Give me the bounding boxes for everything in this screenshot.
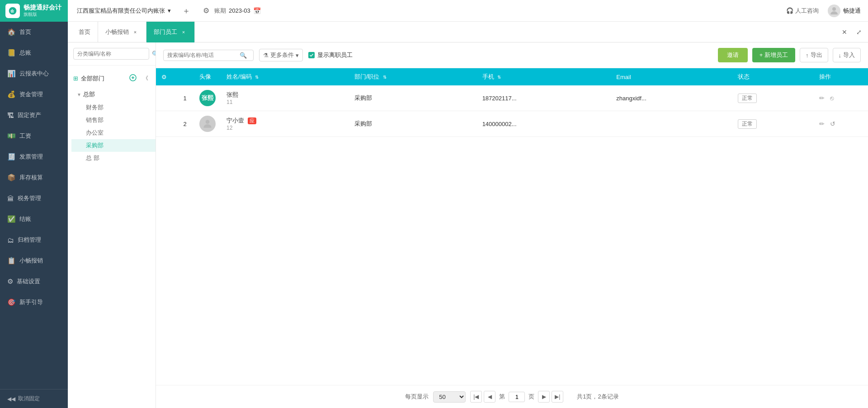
sidebar-item-funds[interactable]: 💰 资金管理 [0, 84, 68, 105]
sidebar-label-salary: 工资 [19, 132, 31, 140]
col-phone[interactable]: 手机 ⇅ [477, 68, 611, 85]
tab-close-window-button[interactable]: ✕ [839, 27, 850, 38]
show-resigned-label: 显示离职员工 [317, 51, 353, 59]
sidebar-item-salary[interactable]: 💵 工资 [0, 126, 68, 146]
export-label: 导出 [811, 51, 822, 59]
tab-employees-label: 部门员工 [154, 28, 177, 36]
add-employee-button[interactable]: + 新增员工 [752, 48, 795, 62]
next-page-button[interactable]: ▶ [538, 391, 550, 403]
row1-avatar: 张熙 [194, 85, 221, 111]
left-panel: 🔍 ⊞ 全部部门 《 ▼ 总部 [68, 42, 156, 408]
row2-phone: 140000002... [477, 111, 611, 137]
headset-icon: 🎧 [786, 7, 793, 14]
employee-search-input[interactable] [167, 52, 240, 58]
dept-parent-hq[interactable]: ▼ 总部 [71, 88, 156, 101]
sidebar-item-tax[interactable]: 🏛 税务管理 [0, 188, 68, 209]
company-selector[interactable]: 江西服宝精品有限责任公司内账张 ▾ [77, 7, 171, 15]
dept-child-sales[interactable]: 销售部 [71, 114, 156, 127]
row1-name-block: 张熙 11 [226, 91, 344, 105]
row2-dept: 采购部 [349, 111, 477, 137]
dept-group-hq: ▼ 总部 财务部 销售部 办公室 采购部 总 部 [68, 88, 156, 164]
col-name[interactable]: 姓名/编码 ⇅ [221, 68, 349, 85]
sidebar-label-guide: 新手引导 [19, 298, 43, 306]
import-label: 导入 [843, 51, 855, 59]
sidebar-item-guide[interactable]: 🎯 新手引导 [0, 292, 68, 313]
employee-table-area: ⚙ 头像 姓名/编码 ⇅ 部门/职位 ⇅ [156, 68, 868, 385]
row2-settings [156, 111, 176, 137]
dept-child-hq2[interactable]: 总 部 [71, 152, 156, 164]
col-num [176, 68, 194, 85]
invoice-icon: 🧾 [7, 153, 16, 161]
import-button[interactable]: ↓ 导入 [833, 48, 861, 62]
invite-button[interactable]: 邀请 [718, 48, 748, 62]
dept-child-purchasing[interactable]: 采购部 [71, 139, 156, 152]
app-sub: 旗舰版 [24, 11, 61, 18]
employee-search-icon[interactable]: 🔍 [240, 52, 247, 59]
more-filter-button[interactable]: ⚗ 更多条件 ▾ [259, 49, 303, 61]
reports-icon: 📊 [7, 70, 16, 78]
per-page-select[interactable]: 10 20 50 100 [433, 391, 466, 403]
main-layout: 🏠 首页 📒 总账 📊 云报表中心 💰 资金管理 🏗 固定资产 💵 工资 🧾 发… [0, 22, 868, 408]
sidebar-item-closing[interactable]: ✅ 结账 [0, 209, 68, 230]
guide-icon: 🎯 [7, 298, 16, 306]
all-dept-item[interactable]: ⊞ 全部部门 《 [68, 69, 156, 88]
pagination-bar: 每页显示 10 20 50 100 |◀ ◀ 第 页 ▶ ▶| [156, 385, 868, 408]
funds-icon: 💰 [7, 90, 16, 98]
sidebar-item-home[interactable]: 🏠 首页 [0, 22, 68, 42]
sidebar-item-inventory[interactable]: 📦 库存核算 [0, 167, 68, 188]
sidebar-item-archive[interactable]: 🗂 归档管理 [0, 230, 68, 250]
last-page-button[interactable]: ▶| [552, 391, 563, 403]
employee-toolbar: 🔍 ⚗ 更多条件 ▾ 显示离职员工 邀请 [156, 42, 868, 68]
dept-child-office[interactable]: 办公室 [71, 127, 156, 139]
dept-search-input[interactable] [73, 48, 149, 60]
row2-avatar-circle [199, 116, 216, 132]
content-area: 首页 小畅报销 × 部门员工 × ✕ ⤢ 🔍 [68, 22, 868, 408]
row1-phone: 187202117... [477, 85, 611, 111]
row1-logout-icon[interactable]: ⎋ [830, 94, 834, 102]
col-dept[interactable]: 部门/职位 ⇅ [349, 68, 477, 85]
sidebar-item-invoice[interactable]: 🧾 发票管理 [0, 146, 68, 167]
right-panel: 🔍 ⚗ 更多条件 ▾ 显示离职员工 邀请 [156, 42, 868, 408]
calendar-icon[interactable]: 📅 [253, 7, 261, 14]
show-resigned-toggle[interactable]: 显示离职员工 [308, 51, 353, 59]
tab-expense-close[interactable]: × [132, 28, 139, 36]
tab-home[interactable]: 首页 [71, 22, 98, 42]
add-tab-button[interactable]: ＋ [180, 5, 193, 17]
cancel-pin-label: 取消固定 [18, 395, 40, 403]
tab-employees-close[interactable]: × [180, 28, 187, 36]
row2-refresh-icon[interactable]: ↺ [830, 120, 835, 127]
import-icon: ↓ [839, 52, 842, 59]
prev-page-button[interactable]: ◀ [484, 391, 495, 403]
settings-button[interactable]: ⚙ [200, 5, 212, 17]
dept-search-button[interactable]: 🔍 [152, 51, 156, 57]
dept-edit-button[interactable] [127, 73, 138, 84]
row1-edit-icon[interactable]: ✏ [819, 94, 825, 102]
collapse-button[interactable]: 《 [141, 73, 150, 84]
row2-edit-icon[interactable]: ✏ [819, 120, 825, 127]
dept-child-finance[interactable]: 财务部 [71, 101, 156, 114]
col-email: Email [611, 68, 732, 85]
first-page-button[interactable]: |◀ [470, 391, 482, 403]
export-button[interactable]: ↑ 导出 [800, 48, 828, 62]
tab-expense[interactable]: 小畅报销 × [98, 22, 146, 42]
sidebar-item-settings[interactable]: ⚙ 基础设置 [0, 271, 68, 292]
page-number-input[interactable] [509, 392, 525, 402]
filter-label: 更多条件 [270, 51, 294, 59]
sidebar-item-reports[interactable]: 📊 云报表中心 [0, 63, 68, 84]
show-resigned-checkbox[interactable] [308, 52, 315, 58]
tab-expand-button[interactable]: ⤢ [854, 27, 864, 38]
sidebar-item-assets[interactable]: 🏗 固定资产 [0, 105, 68, 126]
table-settings-icon[interactable]: ⚙ [161, 74, 167, 80]
service-button[interactable]: 🎧 人工咨询 [786, 7, 819, 15]
user-area[interactable]: 畅捷通 [828, 5, 861, 17]
sidebar-label-reports: 云报表中心 [19, 70, 49, 78]
cancel-pin-button[interactable]: ◀◀ 取消固定 [0, 389, 68, 408]
page-label: 页 [527, 393, 536, 401]
sidebar-item-ledger[interactable]: 📒 总账 [0, 42, 68, 63]
export-icon: ↑ [806, 52, 809, 59]
employee-search-box: 🔍 [163, 50, 254, 61]
expand-arrow-icon: ▼ [77, 92, 81, 97]
grid-icon: ⊞ [73, 75, 78, 82]
sidebar-item-expense[interactable]: 📋 小畅报销 [0, 250, 68, 271]
tab-employees[interactable]: 部门员工 × [146, 22, 195, 42]
